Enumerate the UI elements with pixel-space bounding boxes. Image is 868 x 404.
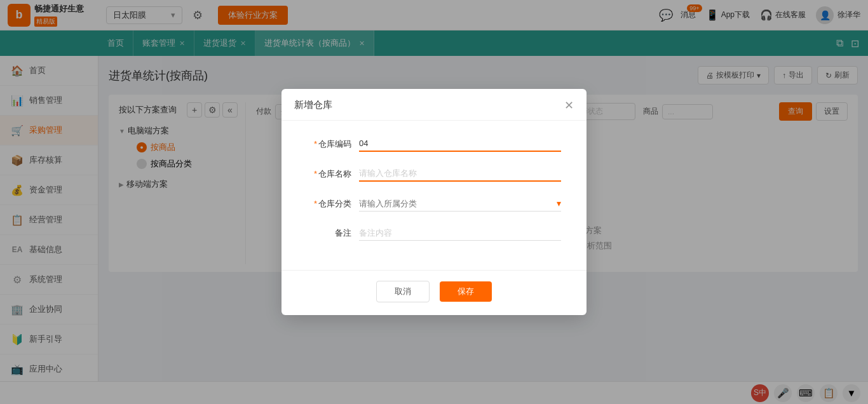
save-button[interactable]: 保存: [440, 281, 492, 302]
modal-title: 新增仓库: [294, 99, 332, 111]
form-row-name: 仓库名称: [307, 166, 561, 182]
form-row-category: 仓库分类 ▾: [307, 196, 561, 212]
modal-body: 仓库编码 仓库名称 仓库分类 ▾ 备注: [281, 121, 587, 270]
form-row-note: 备注: [307, 226, 561, 241]
note-label: 备注: [307, 227, 351, 239]
cancel-button[interactable]: 取消: [376, 281, 430, 302]
modal-overlay[interactable]: 新增仓库 ✕ 仓库编码 仓库名称 仓库分类 ▾: [0, 0, 868, 404]
category-label: 仓库分类: [307, 198, 351, 210]
new-warehouse-modal: 新增仓库 ✕ 仓库编码 仓库名称 仓库分类 ▾: [281, 89, 587, 315]
category-input[interactable]: [359, 199, 557, 208]
form-row-code: 仓库编码: [307, 136, 561, 152]
modal-close-button[interactable]: ✕: [564, 100, 574, 111]
category-select[interactable]: ▾: [359, 196, 561, 212]
name-label: 仓库名称: [307, 168, 351, 180]
code-input[interactable]: [359, 136, 561, 152]
chevron-down-icon: ▾: [557, 198, 561, 208]
modal-footer: 取消 保存: [281, 270, 587, 315]
code-label: 仓库编码: [307, 138, 351, 150]
name-input[interactable]: [359, 166, 561, 182]
note-input[interactable]: [359, 226, 561, 241]
modal-header: 新增仓库 ✕: [281, 89, 587, 121]
